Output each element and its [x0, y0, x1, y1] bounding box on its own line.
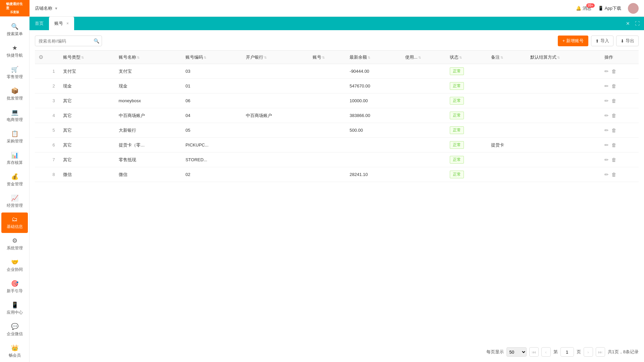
row-settings-cell	[35, 64, 47, 79]
row-usage	[402, 108, 447, 123]
col-bank[interactable]: 开户银行⇅	[243, 51, 310, 64]
app-download-button[interactable]: 📱 App下载	[598, 5, 621, 11]
row-default-payment	[528, 79, 602, 94]
col-name[interactable]: 账号名称⇅	[116, 51, 183, 64]
row-code: 03	[183, 64, 243, 79]
row-index: 3	[47, 94, 60, 108]
table-body: 1 支付宝 支付宝 03 -90444.00 正常 ✏ 🗑 2 现金 现金 01…	[35, 64, 639, 182]
col-balance[interactable]: 最新余额⇅	[347, 51, 402, 64]
edit-icon[interactable]: ✏	[604, 68, 609, 74]
tab-bar: 首页 账号 × ✕ ⛶	[30, 17, 644, 30]
row-balance: -90444.00	[347, 64, 402, 79]
col-default-payment[interactable]: 默认结算方式⇅	[528, 51, 602, 64]
sidebar-item-wechat[interactable]: 💬企业微信	[1, 319, 28, 340]
edit-icon[interactable]: ✏	[604, 83, 609, 89]
delete-icon[interactable]: 🗑	[611, 98, 616, 104]
row-account	[310, 94, 347, 108]
col-status[interactable]: 状态⇅	[447, 51, 488, 64]
store-selector[interactable]: 店铺名称 ▼	[35, 5, 58, 11]
top-bar: 店铺名称 ▼ 🔔 消息 99+ 📱 App下载	[30, 0, 644, 17]
basic-icon: 🗂	[12, 216, 18, 223]
row-usage	[402, 64, 447, 79]
row-actions: ✏ 🗑	[602, 64, 639, 79]
delete-icon[interactable]: 🗑	[611, 68, 616, 74]
col-code[interactable]: 账号编码⇅	[183, 51, 243, 64]
table-row: 3 其它 moneybosx 06 10000.00 正常 ✏ 🗑	[35, 94, 639, 108]
message-button[interactable]: 🔔 消息 99+	[576, 5, 591, 11]
sidebar-item-system[interactable]: ⚙系统管理	[1, 234, 28, 254]
col-type[interactable]: 账号类型⇅	[60, 51, 116, 64]
status-badge: 正常	[450, 171, 464, 178]
sidebar-item-operations[interactable]: 📈经营管理	[1, 191, 28, 212]
col-remark[interactable]: 备注⇅	[488, 51, 528, 64]
row-account	[310, 167, 347, 182]
edit-icon[interactable]: ✏	[604, 127, 609, 133]
sidebar-item-favorite[interactable]: ★快捷导航	[1, 41, 28, 62]
page-prev-button[interactable]: ‹	[541, 347, 551, 357]
import-button[interactable]: ⬆ 导入	[591, 36, 613, 46]
tab-account-close[interactable]: ×	[66, 21, 69, 26]
row-code: STORED...	[183, 153, 243, 167]
row-settings-cell	[35, 94, 47, 108]
row-bank	[243, 79, 310, 94]
page-next-button[interactable]: ›	[584, 347, 593, 357]
sidebar-item-ecommerce[interactable]: 💻电商管理	[1, 105, 28, 126]
delete-icon[interactable]: 🗑	[611, 113, 616, 118]
row-balance: 547670.00	[347, 79, 402, 94]
sidebar-item-guide[interactable]: 🎯新手引导	[1, 277, 28, 297]
sidebar-item-basic[interactable]: 🗂基础信息	[1, 213, 28, 233]
sidebar-label-purchase: 采购管理	[7, 138, 23, 144]
delete-icon[interactable]: 🗑	[611, 142, 616, 148]
store-name: 店铺名称	[35, 5, 52, 11]
status-badge: 正常	[450, 126, 464, 134]
edit-icon[interactable]: ✏	[604, 98, 609, 104]
bell-icon: 🔔	[576, 6, 581, 11]
sidebar-item-enterprise[interactable]: 🤝企业协同	[1, 255, 28, 276]
col-account[interactable]: 账号⇅	[310, 51, 347, 64]
page-last-button[interactable]: ⏭	[596, 347, 605, 357]
sidebar-item-retail[interactable]: 🛒零售管理	[1, 62, 28, 83]
row-type: 其它	[60, 94, 116, 108]
search-input[interactable]	[35, 36, 102, 46]
row-actions: ✏ 🗑	[602, 94, 639, 108]
row-settings-cell	[35, 108, 47, 123]
sidebar-item-wholesale[interactable]: 📦批发管理	[1, 84, 28, 105]
delete-icon[interactable]: 🗑	[611, 83, 616, 89]
per-page-select[interactable]: 50 100 200	[506, 347, 527, 357]
page-number-input[interactable]	[560, 347, 574, 357]
edit-icon[interactable]: ✏	[604, 172, 609, 178]
sidebar-label-favorite: 快捷导航	[7, 53, 23, 58]
export-button[interactable]: ⬇ 导出	[616, 36, 639, 46]
edit-icon[interactable]: ✏	[604, 113, 609, 119]
avatar[interactable]	[628, 3, 639, 14]
edit-icon[interactable]: ✏	[604, 142, 609, 148]
accounts-table: ⚙ 账号类型⇅ 账号名称⇅ 账号编码⇅ 开户银行⇅	[35, 50, 639, 182]
sidebar-item-purchase[interactable]: 📋采购管理	[1, 127, 28, 147]
column-settings-icon[interactable]: ⚙	[39, 54, 43, 60]
col-settings[interactable]: ⚙	[35, 51, 47, 64]
search-icon[interactable]: 🔍	[94, 38, 99, 44]
content-area: 🔍 + 新增账号 ⬆ 导入 ⬇ 导出 ⚙	[30, 30, 644, 362]
row-bank	[243, 64, 310, 79]
sidebar-item-finance[interactable]: 💰资金管理	[1, 170, 28, 190]
sidebar-item-search[interactable]: 🔍搜索菜单	[1, 19, 28, 40]
page-first-button[interactable]: ⏮	[529, 347, 539, 357]
tab-home[interactable]: 首页	[30, 17, 49, 30]
tab-close-button[interactable]: ✕	[624, 19, 632, 27]
tab-account[interactable]: 账号 ×	[49, 17, 74, 30]
edit-icon[interactable]: ✏	[604, 157, 609, 163]
tab-expand-button[interactable]: ⛶	[633, 19, 641, 27]
sidebar-item-apps[interactable]: 📱应用中心	[1, 298, 28, 319]
delete-icon[interactable]: 🗑	[611, 127, 616, 133]
per-page-label: 每页显示	[486, 349, 504, 355]
row-index: 2	[47, 79, 60, 94]
sidebar-label-apps: 应用中心	[7, 310, 23, 315]
sidebar-item-inventory[interactable]: 📊库存核算	[1, 148, 28, 169]
add-account-button[interactable]: + 新增账号	[558, 36, 588, 46]
toolbar-row: 🔍 + 新增账号 ⬆ 导入 ⬇ 导出	[35, 36, 639, 46]
delete-icon[interactable]: 🗑	[611, 172, 616, 177]
sidebar-item-member[interactable]: 👑畅会员	[1, 341, 28, 362]
delete-icon[interactable]: 🗑	[611, 157, 616, 163]
sidebar-label-search: 搜索菜单	[7, 31, 23, 37]
col-usage[interactable]: 使用...⇅	[402, 51, 447, 64]
